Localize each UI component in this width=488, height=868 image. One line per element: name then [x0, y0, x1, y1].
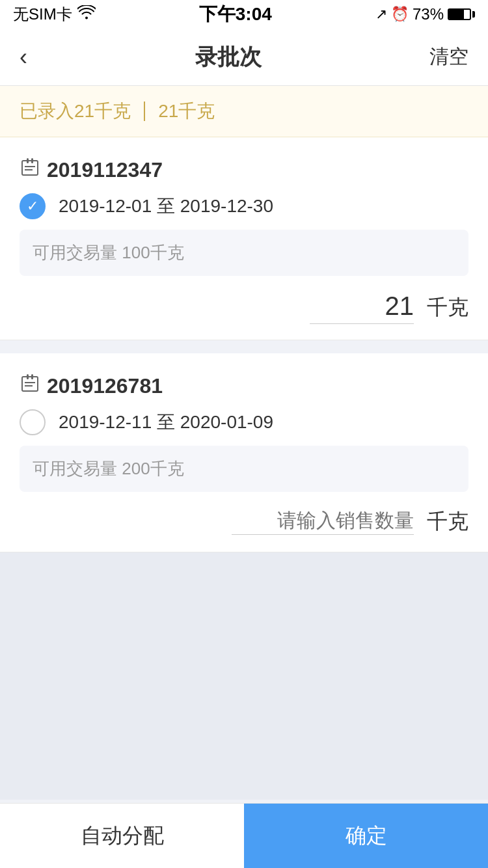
batch-2-icon — [20, 373, 40, 399]
batch-1-radio[interactable]: ✓ — [20, 193, 46, 219]
batch-1-header: 2019112347 — [20, 157, 468, 183]
batch-2-avail-text: 可用交易量 200千克 — [33, 459, 184, 478]
battery-percent: 73% — [413, 5, 444, 23]
back-button[interactable]: ‹ — [20, 44, 27, 71]
gray-area — [0, 552, 488, 800]
batch-2-radio[interactable] — [20, 409, 46, 435]
batch-1-qty-input[interactable] — [362, 292, 414, 321]
battery-indicator — [448, 8, 475, 20]
section-separator-1 — [0, 340, 488, 353]
batch-1-id: 2019112347 — [47, 158, 163, 182]
batch-2-qty-input[interactable] — [232, 509, 414, 532]
batch-1-qty-wrapper[interactable] — [310, 292, 414, 324]
batch-2-avail: 可用交易量 200千克 — [20, 446, 468, 492]
status-bar: 无SIM卡 下午3:04 ↗ ⏰ 73% — [0, 0, 488, 29]
status-left: 无SIM卡 — [13, 4, 96, 25]
wifi-icon — [77, 5, 96, 23]
batch-1-date-row[interactable]: ✓ 2019-12-01 至 2019-12-30 — [20, 193, 468, 219]
batch-2-unit: 千克 — [427, 508, 468, 536]
svg-rect-7 — [31, 374, 33, 379]
carrier-label: 无SIM卡 — [13, 4, 72, 25]
batch-card-1: 2019112347 ✓ 2019-12-01 至 2019-12-30 可用交… — [0, 137, 488, 276]
info-divider — [144, 102, 145, 121]
batch-1-icon — [20, 157, 40, 183]
batch-2-qty-wrapper[interactable] — [232, 509, 414, 535]
bottom-bar: 自动分配 确定 — [0, 803, 488, 868]
location-icon: ↗ — [375, 6, 387, 23]
batch-2-qty-row: 千克 — [0, 492, 488, 552]
svg-rect-2 — [31, 158, 33, 163]
batch-1-date: 2019-12-01 至 2019-12-30 — [59, 194, 273, 219]
batch-2-date: 2019-12-11 至 2020-01-09 — [59, 410, 273, 435]
batch-2-input-underline — [232, 534, 414, 535]
batch-2-date-row[interactable]: 2019-12-11 至 2020-01-09 — [20, 409, 468, 435]
batch-1-avail-text: 可用交易量 100千克 — [33, 243, 184, 262]
batch-1-check-icon: ✓ — [27, 198, 38, 215]
auto-distribute-button[interactable]: 自动分配 — [0, 804, 244, 868]
batch-1-avail: 可用交易量 100千克 — [20, 230, 468, 276]
svg-rect-1 — [27, 158, 29, 163]
alarm-icon: ⏰ — [391, 6, 409, 23]
nav-bar: ‹ 录批次 清空 — [0, 29, 488, 86]
batch-1-input-underline — [310, 323, 414, 324]
svg-rect-6 — [27, 374, 29, 379]
svg-rect-5 — [22, 377, 38, 391]
svg-rect-0 — [22, 161, 38, 175]
info-banner: 已录入21千克 21千克 — [0, 86, 488, 137]
confirm-button[interactable]: 确定 — [244, 804, 488, 868]
batch-2-id: 2019126781 — [47, 374, 163, 398]
batch-card-2: 2019126781 2019-12-11 至 2020-01-09 可用交易量… — [0, 353, 488, 492]
page-title: 录批次 — [195, 42, 262, 72]
status-time: 下午3:04 — [199, 2, 272, 27]
batch-1-qty-row: 千克 — [0, 276, 488, 340]
batch-1-unit: 千克 — [427, 293, 468, 322]
status-right: ↗ ⏰ 73% — [375, 5, 475, 23]
batch-2-header: 2019126781 — [20, 373, 468, 399]
clear-button[interactable]: 清空 — [429, 44, 468, 70]
total-amount: 21千克 — [158, 99, 215, 124]
recorded-amount: 已录入21千克 — [20, 99, 131, 124]
